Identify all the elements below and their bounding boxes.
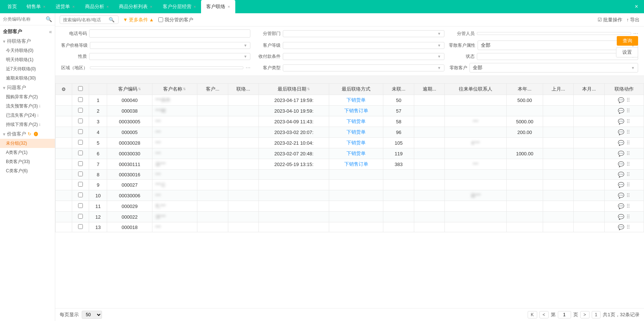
query-button[interactable]: 查询 [617, 36, 638, 46]
row-checkbox-2[interactable] [78, 119, 83, 123]
filter-region-input[interactable] [90, 66, 243, 69]
more-action-icon-1[interactable]: ⠿ [626, 108, 630, 114]
filter-customer-type-select[interactable]: ▼ [283, 64, 444, 71]
filter-nature-select[interactable]: ▼ [89, 53, 250, 60]
sidebar-item-churned[interactable]: 已流失客户(24) ℹ [0, 111, 55, 120]
batch-ops-button[interactable]: ☑ 批量操作 [598, 17, 622, 23]
lastway-link-1[interactable]: 下销售订单 [344, 108, 368, 113]
contact-action-icon-11[interactable]: 💬 [618, 214, 624, 220]
sidebar-item-tomorrow[interactable]: 明天待联络(1) [0, 55, 55, 64]
lastway-link-4[interactable]: 下销货单 [346, 140, 366, 145]
sidebar-item-7days[interactable]: 近7天待联络(0) [0, 64, 55, 74]
more-action-icon-5[interactable]: ⠿ [626, 151, 630, 156]
export-button[interactable]: ↑ 导出 [627, 17, 640, 23]
filter-region-dots[interactable]: ··· [246, 64, 250, 71]
filter-status-select[interactable]: ▼ [477, 53, 638, 60]
last-page-button[interactable]: 1 [592, 311, 601, 318]
more-action-icon-11[interactable]: ⠿ [626, 214, 630, 220]
lastway-link-5[interactable]: 下销货单 [346, 151, 366, 156]
row-checkbox-11[interactable] [78, 214, 83, 219]
filter-phone-input[interactable] [89, 29, 250, 38]
all-customers-header[interactable]: 全部客户 « [0, 25, 55, 36]
contact-action-icon-0[interactable]: 💬 [618, 97, 624, 103]
lastway-link-6[interactable]: 下销售订单 [344, 161, 368, 167]
more-action-icon-9[interactable]: ⠿ [626, 193, 630, 198]
more-action-icon-2[interactable]: ⠿ [626, 119, 630, 124]
row-checkbox-10[interactable] [78, 203, 83, 208]
page-number-input[interactable] [558, 311, 571, 318]
more-action-icon-3[interactable]: ⠿ [626, 129, 630, 135]
close-sales-tab[interactable]: × [43, 4, 45, 9]
filter-dept-select[interactable]: ▼ [283, 30, 444, 37]
sort-date-icon[interactable]: ⇅ [307, 87, 310, 91]
tab-purchase[interactable]: 进货单 × [50, 0, 80, 13]
tab-customer-contact[interactable]: 客户联络 × [201, 0, 235, 13]
contact-action-icon-8[interactable]: 💬 [618, 182, 624, 188]
sidebar-item-today[interactable]: 今天待联络(0) [0, 46, 55, 55]
contact-action-icon-3[interactable]: 💬 [618, 129, 624, 135]
lastway-link-0[interactable]: 下销货单 [346, 97, 366, 103]
contact-action-icon-10[interactable]: 💬 [618, 203, 624, 209]
filter-retail-attr-select[interactable]: 全部 ▼ [478, 40, 638, 50]
close-segment-tab[interactable]: × [194, 4, 196, 9]
sidebar-item-classB[interactable]: B类客户(33) [0, 157, 55, 166]
filter-search-input[interactable] [63, 17, 107, 22]
refresh-icon[interactable]: ↻ [28, 131, 31, 137]
row-checkbox-9[interactable] [78, 193, 83, 197]
contact-action-icon-1[interactable]: 💬 [618, 108, 624, 114]
more-action-icon-12[interactable]: ⠿ [626, 224, 630, 230]
sidebar-item-classC[interactable]: C类客户(6) [0, 166, 55, 176]
filter-search-icon[interactable]: 🔍 [109, 17, 115, 22]
contact-action-icon-2[interactable]: 💬 [618, 119, 624, 124]
close-analysis-list-tab[interactable]: × [150, 4, 152, 9]
filter-price-level-select[interactable]: ▼ [90, 42, 250, 49]
more-action-icon-0[interactable]: ⠿ [626, 97, 630, 103]
tab-sales[interactable]: 销售单 × [21, 0, 50, 13]
sidebar-item-abnormal[interactable]: 囤购异常客户(2) [0, 92, 55, 102]
more-action-icon-10[interactable]: ⠿ [626, 203, 630, 209]
more-action-icon-4[interactable]: ⠿ [626, 140, 630, 146]
more-action-icon-8[interactable]: ⠿ [626, 182, 630, 188]
reset-button[interactable]: 设置 [616, 47, 638, 57]
sidebar-search-input[interactable] [3, 17, 46, 22]
row-checkbox-3[interactable] [78, 129, 83, 134]
row-checkbox-0[interactable] [78, 97, 83, 102]
filter-payment-select[interactable]: ▼ [283, 53, 444, 60]
sidebar-item-declining[interactable]: 持续下滑客户(2) ℹ [0, 120, 55, 129]
page-size-select[interactable]: 50 10 20 100 [82, 311, 102, 319]
lastway-link-2[interactable]: 下销货单 [346, 119, 366, 124]
more-action-icon-7[interactable]: ⠿ [626, 172, 630, 177]
filter-customer-level-select[interactable]: ▼ [283, 42, 444, 49]
row-checkbox-1[interactable] [78, 108, 83, 113]
collapse-icon[interactable]: « [49, 29, 52, 35]
first-page-button[interactable]: K [528, 311, 537, 318]
contact-action-icon-12[interactable]: 💬 [618, 224, 624, 230]
contact-action-icon-9[interactable]: 💬 [618, 193, 624, 198]
filter-retail-select[interactable]: 全部 ▼ [469, 63, 638, 73]
more-conditions-button[interactable]: ▼ 更多条件 ▲ [123, 17, 154, 23]
contact-action-icon-6[interactable]: 💬 [618, 161, 624, 167]
row-checkbox-5[interactable] [78, 151, 83, 155]
close-contact-tab[interactable]: × [228, 4, 230, 9]
lastway-link-3[interactable]: 下销货单 [346, 129, 366, 135]
prev-page-button[interactable]: < [539, 311, 549, 318]
close-purchase-tab[interactable]: × [72, 4, 74, 9]
my-customers-checkbox[interactable] [158, 17, 163, 22]
more-action-icon-6[interactable]: ⠿ [626, 161, 630, 167]
tab-analysis[interactable]: 商品分析 × [80, 0, 114, 13]
sort-name-icon[interactable]: ⇅ [183, 87, 186, 91]
sidebar-item-classA[interactable]: A类客户(1) [0, 148, 55, 157]
contact-action-icon-5[interactable]: 💬 [618, 151, 624, 156]
filter-manager-input[interactable] [477, 32, 631, 35]
sidebar-item-overdue[interactable]: 逾期未联络(30) [0, 74, 55, 83]
sidebar-item-churn-warn[interactable]: 流失预警客户(3) ℹ [0, 102, 55, 111]
tab-customer-segment[interactable]: 客户分层经营 × [158, 0, 201, 13]
row-checkbox-6[interactable] [78, 161, 83, 166]
contact-action-icon-4[interactable]: 💬 [618, 140, 624, 146]
select-all-checkbox[interactable] [78, 86, 83, 91]
next-page-button[interactable]: > [580, 311, 590, 318]
th-settings[interactable]: ⚙ [56, 84, 72, 95]
sidebar-search-icon[interactable]: 🔍 [46, 16, 52, 22]
sidebar-item-unclassified[interactable]: 未分组(32) [0, 139, 55, 148]
tab-home[interactable]: 首页 [3, 0, 21, 13]
